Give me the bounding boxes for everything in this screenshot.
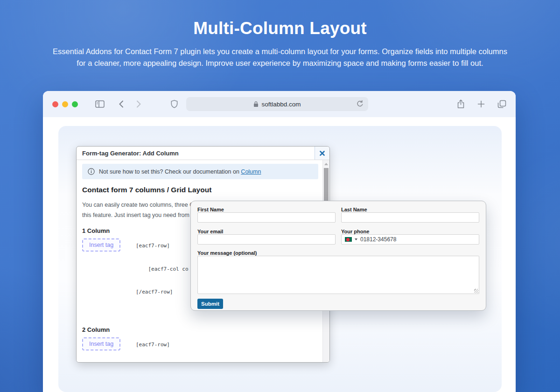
email-field[interactable] [197, 234, 336, 245]
privacy-shield-icon[interactable] [171, 100, 178, 108]
section-2-column: 2 Column Insert tag [eacf7-row] [eacf7-c… [82, 326, 311, 363]
dialog-titlebar: Form-tag Generator: Add Column [77, 147, 329, 160]
tab-overview-icon[interactable] [497, 100, 506, 108]
info-icon [88, 168, 95, 175]
message-label: Your message (optional) [197, 250, 479, 256]
hero-section: Multi-Column Layout Essential Addons for… [0, 0, 560, 69]
browser-viewport: Form-tag Generator: Add Column [43, 117, 516, 392]
email-label: Your email [197, 229, 336, 234]
first-name-group: First Name [197, 207, 336, 223]
documentation-notice: Not sure how to set this? Check our docu… [82, 164, 318, 179]
submit-button[interactable]: Submit [197, 299, 223, 309]
contact-form-preview: First Name Last Name Your email Your pho… [190, 201, 486, 311]
dialog-title: Form-tag Generator: Add Column [77, 147, 315, 160]
section-label: 1 Column [82, 227, 136, 235]
zoom-window-button[interactable] [72, 101, 78, 107]
browser-window: softlabbd.com [43, 91, 516, 392]
sidebar-toggle-icon[interactable] [95, 100, 105, 108]
close-icon [320, 151, 325, 156]
bangladesh-flag-icon[interactable] [345, 237, 352, 242]
first-name-label: First Name [197, 207, 336, 212]
email-group: Your email [197, 229, 336, 245]
phone-group: Your phone 01812-345678 [341, 229, 479, 245]
page-background: Multi-Column Layout Essential Addons for… [0, 0, 560, 392]
phone-value: 01812-345678 [360, 236, 396, 243]
refresh-icon[interactable] [356, 100, 364, 108]
lock-icon [253, 101, 259, 107]
minimize-window-button[interactable] [62, 101, 68, 107]
close-dialog-button[interactable] [315, 147, 329, 160]
share-icon[interactable] [457, 99, 465, 109]
address-bar[interactable]: softlabbd.com [186, 97, 368, 111]
country-dropdown-caret-icon[interactable] [355, 238, 357, 240]
insert-tag-button-1col[interactable]: Insert tag [82, 238, 120, 252]
forward-button[interactable] [136, 100, 141, 108]
code-snippet-2col: [eacf7-row] [eacf7-col co [eacf7-col co … [136, 326, 189, 363]
last-name-group: Last Name [341, 207, 479, 223]
phone-field[interactable]: 01812-345678 [341, 234, 479, 245]
insert-tag-button-2col[interactable]: Insert tag [82, 337, 120, 350]
page-title: Multi-Column Layout [0, 19, 560, 38]
page-subtitle: Essential Addons for Contact Form 7 plug… [50, 46, 510, 69]
resize-handle[interactable] [474, 289, 478, 293]
scroll-up-arrow[interactable] [323, 161, 329, 168]
documentation-link[interactable]: Column [241, 168, 261, 175]
last-name-label: Last Name [341, 207, 479, 212]
phone-label: Your phone [341, 229, 479, 234]
message-field[interactable] [197, 256, 479, 294]
section-label: 2 Column [82, 326, 136, 334]
first-name-field[interactable] [197, 212, 336, 223]
browser-toolbar: softlabbd.com [43, 91, 516, 117]
url-text: softlabbd.com [261, 101, 301, 108]
code-snippet-1col: [eacf7-row] [eacf7-col co [/eacf7-row] [136, 227, 189, 312]
back-button[interactable] [119, 100, 124, 108]
window-controls [52, 101, 78, 107]
notice-text: Not sure how to set this? Check our docu… [99, 168, 261, 175]
dialog-heading: Contact form 7 columns / Grid Layout [82, 186, 311, 194]
message-group: Your message (optional) [197, 250, 479, 294]
new-tab-icon[interactable] [477, 100, 485, 108]
close-window-button[interactable] [52, 101, 58, 107]
last-name-field[interactable] [341, 212, 479, 223]
